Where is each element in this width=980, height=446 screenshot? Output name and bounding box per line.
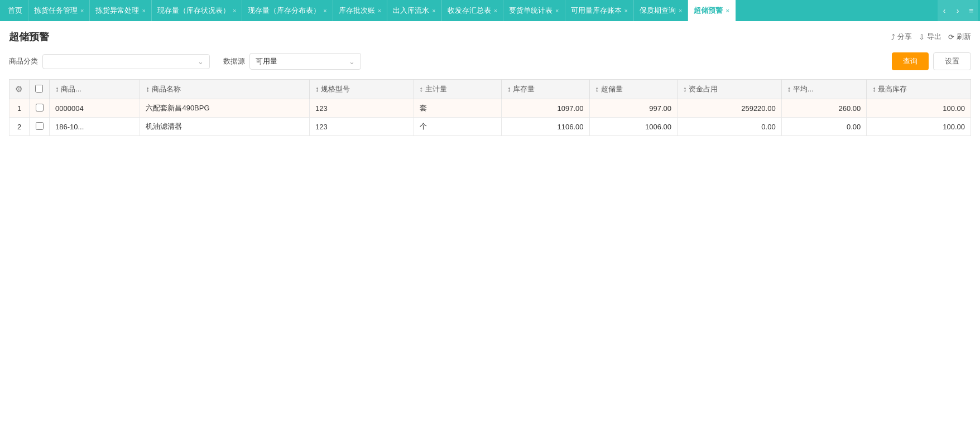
share-icon: ⤴ [891,33,895,41]
td-row-num: 1 [9,99,30,118]
close-icon[interactable]: × [726,7,729,14]
table-row: 1 0000004 六配套新昌490BPG 123 套 1097.00 997.… [9,99,971,118]
th-avg[interactable]: ↕ 平均... [781,80,867,99]
row-checkbox[interactable] [36,104,44,112]
close-icon[interactable]: × [624,7,628,14]
product-category-value [49,57,51,66]
refresh-icon: ⟳ [948,33,954,41]
th-overstock[interactable]: ↕ 超储量 [589,80,677,99]
td-spec: 123 [309,99,414,118]
nav-tab-order-stats[interactable]: 要货单统计表× [503,0,565,21]
data-source-filter: 数据源 可用量 ⌄ [223,53,361,70]
product-category-filter: 商品分类 ⌄ [9,54,210,69]
close-icon[interactable]: × [432,7,435,14]
export-button[interactable]: ⇩ 导出 [919,32,941,42]
product-category-select[interactable]: ⌄ [42,54,210,69]
nav-tab-inventory-status[interactable]: 现存量（库存状况表）× [152,0,242,21]
header-actions: ⤴ 分享 ⇩ 导出 ⟳ 刷新 [891,32,971,42]
table-header-row: ⚙ ↕ 商品... ↕ 商品名称 ↕ 规格型号 ↕ [9,80,971,99]
nav-menu-button[interactable]: ≡ [964,0,978,21]
product-category-label: 商品分类 [9,56,38,66]
th-product-name[interactable]: ↕ 商品名称 [140,80,310,99]
gear-icon[interactable]: ⚙ [15,84,22,94]
th-checkbox [30,80,50,99]
nav-tab-inout-flow[interactable]: 出入库流水× [387,0,441,21]
nav-tab-quality-check[interactable]: 保质期查询× [634,0,688,21]
close-icon[interactable]: × [80,7,84,14]
close-icon[interactable]: × [378,7,381,14]
row-checkbox[interactable] [36,122,44,130]
nav-tab-home[interactable]: 首页 [2,0,28,21]
table-row: 2 186-10... 机油滤清器 123 个 1106.00 1006.00 … [9,118,971,136]
td-inventory: 1097.00 [502,99,589,118]
th-unit[interactable]: ↕ 主计量 [414,80,501,99]
nav-tab-batch-account[interactable]: 库存批次账× [333,0,387,21]
query-button[interactable]: 查询 [892,52,929,70]
data-source-value: 可用量 [256,56,277,66]
td-product-name: 机油滤清器 [140,118,310,136]
filter-bar: 商品分类 ⌄ 数据源 可用量 ⌄ 查询 设置 [9,52,971,70]
td-product-code: 0000004 [50,99,140,118]
page-content: 超储预警 ⤴ 分享 ⇩ 导出 ⟳ 刷新 商品分类 ⌄ 数据源 [0,21,980,446]
td-inventory: 1106.00 [502,118,589,136]
page-header: 超储预警 ⤴ 分享 ⇩ 导出 ⟳ 刷新 [9,30,971,43]
close-icon[interactable]: × [555,7,559,14]
th-product-code[interactable]: ↕ 商品... [50,80,140,99]
nav-next-button[interactable]: › [951,0,964,21]
select-all-checkbox[interactable] [35,85,43,93]
th-inventory[interactable]: ↕ 库存量 [502,80,589,99]
td-overstock: 1006.00 [589,118,677,136]
close-icon[interactable]: × [494,7,497,14]
refresh-button[interactable]: ⟳ 刷新 [948,32,971,42]
td-checkbox [30,118,50,136]
nav-tab-task-mgmt[interactable]: 拣货任务管理× [28,0,90,21]
close-icon[interactable]: × [323,7,326,14]
nav-tab-available-book[interactable]: 可用量库存账本× [565,0,634,21]
settings-button[interactable]: 设置 [933,52,971,70]
td-capital: 0.00 [677,118,781,136]
th-max-stock[interactable]: ↕ 最高库存 [867,80,971,99]
nav-tab-abnormal[interactable]: 拣货异常处理× [90,0,151,21]
top-nav: 首页拣货任务管理×拣货异常处理×现存量（库存状况表）×现存量（库存分布表）×库存… [0,0,980,21]
page-title: 超储预警 [9,30,49,43]
td-row-num: 2 [9,118,30,136]
export-icon: ⇩ [919,33,925,41]
td-spec: 123 [309,118,414,136]
data-source-label: 数据源 [223,56,245,66]
td-avg: 260.00 [781,99,867,118]
nav-tab-inventory-dist[interactable]: 现存量（库存分布表）× [242,0,333,21]
nav-arrows: ‹ › ≡ [938,0,978,21]
td-product-code: 186-10... [50,118,140,136]
th-capital[interactable]: ↕ 资金占用 [677,80,781,99]
data-source-select[interactable]: 可用量 ⌄ [249,53,361,70]
td-avg: 0.00 [781,118,867,136]
td-checkbox [30,99,50,118]
td-max-stock: 100.00 [867,118,971,136]
nav-tab-overstock-warning[interactable]: 超储预警× [688,0,735,21]
td-capital: 259220.00 [677,99,781,118]
share-button[interactable]: ⤴ 分享 [891,32,912,42]
th-spec[interactable]: ↕ 规格型号 [309,80,414,99]
td-unit: 个 [414,118,501,136]
filter-actions: 查询 设置 [892,52,971,70]
td-product-name: 六配套新昌490BPG [140,99,310,118]
close-icon[interactable]: × [142,7,145,14]
td-max-stock: 100.00 [867,99,971,118]
th-gear: ⚙ [9,80,30,99]
close-icon[interactable]: × [679,7,682,14]
close-icon[interactable]: × [233,7,236,14]
nav-tab-collect-send[interactable]: 收发存汇总表× [442,0,503,21]
data-table: ⚙ ↕ 商品... ↕ 商品名称 ↕ 规格型号 ↕ [9,79,971,136]
td-unit: 套 [414,99,501,118]
td-overstock: 997.00 [589,99,677,118]
chevron-down-icon: ⌄ [198,57,204,66]
nav-prev-button[interactable]: ‹ [938,0,951,21]
chevron-down-icon: ⌄ [349,57,355,66]
